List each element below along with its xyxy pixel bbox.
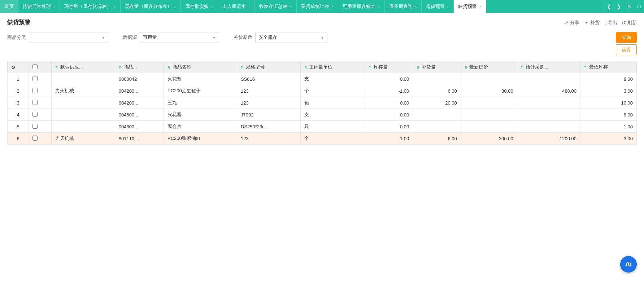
tab-batch[interactable]: 库存批次账 × xyxy=(181,0,218,13)
tab-scroll-right[interactable]: ❯ xyxy=(614,0,624,13)
datasource-filter: 数据源 可用量 ▼ xyxy=(123,32,219,43)
row-supplier xyxy=(52,109,115,121)
row-replenish-qty xyxy=(413,109,461,121)
col-estimated-purchase[interactable]: ⇅ 预计采购... xyxy=(517,61,580,73)
row-checkbox[interactable] xyxy=(32,76,38,81)
row-num: 1 xyxy=(8,73,29,85)
sort-stock-icon: ⇅ xyxy=(369,65,372,69)
row-checkbox[interactable] xyxy=(32,124,38,129)
tab-close-all[interactable]: ✕ xyxy=(624,0,634,13)
replenish-base-chevron-icon: ▼ xyxy=(321,36,324,40)
tab-close-inout[interactable]: × xyxy=(248,4,250,9)
row-checkbox[interactable] xyxy=(32,88,38,93)
tab-close-expiry[interactable]: × xyxy=(415,4,417,9)
tab-close-batch[interactable]: × xyxy=(211,4,213,9)
col-gear[interactable]: ⚙ xyxy=(8,61,29,73)
row-checkbox[interactable] xyxy=(32,100,38,105)
row-replenish-qty: 6.00 xyxy=(413,85,461,97)
tab-overstock[interactable]: 超储预警 × xyxy=(422,0,454,13)
col-product-name[interactable]: ⇅ 商品名称 xyxy=(164,61,237,73)
row-min-stock: 10.00 xyxy=(580,97,637,109)
tab-close-overstock[interactable]: × xyxy=(447,4,449,9)
row-product-name: 火花塞 xyxy=(164,73,237,85)
tab-stock-dist[interactable]: 现存量（库存分布表） × xyxy=(121,0,181,13)
row-product-code: 004200... xyxy=(115,97,164,109)
row-product-name: PC200油缸缸子 xyxy=(164,85,237,97)
query-button[interactable]: 查询 xyxy=(616,32,637,43)
col-spec[interactable]: ⇅ 规格型号 xyxy=(237,61,300,73)
col-replenish-qty[interactable]: ⇅ 补货量 xyxy=(413,61,461,73)
col-checkbox xyxy=(29,61,52,73)
tab-close-available[interactable]: × xyxy=(378,4,380,9)
tab-close-exception[interactable]: × xyxy=(53,4,55,9)
tab-close-order-stats[interactable]: × xyxy=(331,4,334,9)
row-supplier xyxy=(52,97,115,109)
row-unit: 箱 xyxy=(300,97,365,109)
row-estimated-purchase xyxy=(517,97,580,109)
select-all-checkbox[interactable] xyxy=(32,64,38,69)
category-label: 商品分类 xyxy=(7,34,26,41)
table-row: 4 004600... 火花塞 J7092 支 0.00 8.00 xyxy=(8,109,637,121)
tab-close-stock-dist[interactable]: × xyxy=(174,4,176,9)
col-latest-price[interactable]: ⇅ 最新进价 xyxy=(461,61,517,73)
replenish-base-filter: 补货基数 安全库存 ▼ xyxy=(234,32,327,43)
row-stock: 0.00 xyxy=(365,109,413,121)
refresh-button[interactable]: ↺ 刷新 xyxy=(622,19,637,26)
tab-expiry[interactable]: 保质期查询 × xyxy=(385,0,422,13)
row-estimated-purchase xyxy=(517,121,580,133)
tab-order-stats[interactable]: 要货单统计表 × xyxy=(297,0,338,13)
row-min-stock: 8.00 xyxy=(580,73,637,85)
row-product-code: 004800... xyxy=(115,121,164,133)
row-spec: DS250*23c... xyxy=(237,121,300,133)
refresh-icon: ↺ xyxy=(622,20,626,26)
settings-button[interactable]: 设置 xyxy=(616,44,637,55)
tab-stock-status[interactable]: 现存量（库存状况表） × xyxy=(60,0,120,13)
replenish-base-select[interactable]: 安全库存 ▼ xyxy=(255,32,327,43)
row-checkbox-cell xyxy=(29,121,52,133)
col-default-supplier[interactable]: ⇅ 默认供应... xyxy=(52,61,115,73)
datasource-chevron-icon: ▼ xyxy=(212,36,216,40)
tab-close-summary[interactable]: × xyxy=(290,4,292,9)
tab-shortage[interactable]: 缺货预警 × xyxy=(454,0,486,13)
export-button[interactable]: ↓ 导出 xyxy=(604,19,617,26)
row-supplier: 力天机械 xyxy=(52,133,115,145)
datasource-label: 数据源 xyxy=(123,34,137,41)
share-icon: ↗ xyxy=(564,20,569,26)
tab-inout[interactable]: 出入库流水 × xyxy=(218,0,255,13)
tab-home[interactable]: 首页 xyxy=(0,0,18,13)
tab-summary[interactable]: 收发存汇总表 × xyxy=(255,0,296,13)
ai-badge[interactable]: Ai xyxy=(620,256,637,273)
tab-expand[interactable]: □ xyxy=(634,0,644,13)
tab-exception[interactable]: 拣货异常处理 × xyxy=(18,0,60,13)
row-spec: SS816 xyxy=(237,73,300,85)
datasource-select[interactable]: 可用量 ▼ xyxy=(140,32,219,43)
row-product-code: 801110... xyxy=(115,133,164,145)
table-row: 2 力天机械 004200... PC200油缸缸子 123 个 -1.00 6… xyxy=(8,85,637,97)
replenish-button[interactable]: ＋ 补货 xyxy=(584,19,600,26)
row-replenish-qty xyxy=(413,73,461,85)
tab-available[interactable]: 可用量库存账本 × xyxy=(338,0,384,13)
row-spec: J7092 xyxy=(237,109,300,121)
row-unit: 只 xyxy=(300,121,365,133)
row-checkbox[interactable] xyxy=(32,136,38,141)
col-unit[interactable]: ⇅ 主计量单位 xyxy=(300,61,365,73)
row-spec: 123 xyxy=(237,97,300,109)
col-min-stock[interactable]: ⇅ 最低库存 xyxy=(580,61,637,73)
row-unit: 支 xyxy=(300,109,365,121)
category-select[interactable]: ▼ xyxy=(29,32,108,43)
col-stock[interactable]: ⇅ 库存量 xyxy=(365,61,413,73)
share-button[interactable]: ↗ 分享 xyxy=(564,19,579,26)
table-row: 1 0000042 火花塞 SS816 支 0.00 8.00 xyxy=(8,73,637,85)
row-stock: -1.00 xyxy=(365,133,413,145)
row-product-name: 火花塞 xyxy=(164,109,237,121)
table-header-row: ⚙ ⇅ 默认供应... ⇅ 商品... ⇅ 商品名称 ⇅ xyxy=(8,61,637,73)
category-chevron-icon: ▼ xyxy=(101,36,105,40)
col-product-code[interactable]: ⇅ 商品... xyxy=(115,61,164,73)
row-latest-price xyxy=(461,121,517,133)
row-checkbox[interactable] xyxy=(32,112,38,117)
tab-close-stock-status[interactable]: × xyxy=(113,4,116,9)
tab-close-shortage[interactable]: × xyxy=(479,4,481,9)
tab-scroll-left[interactable]: ❮ xyxy=(604,0,614,13)
page-title: 缺货预警 xyxy=(7,19,30,26)
row-spec: 123 xyxy=(237,85,300,97)
